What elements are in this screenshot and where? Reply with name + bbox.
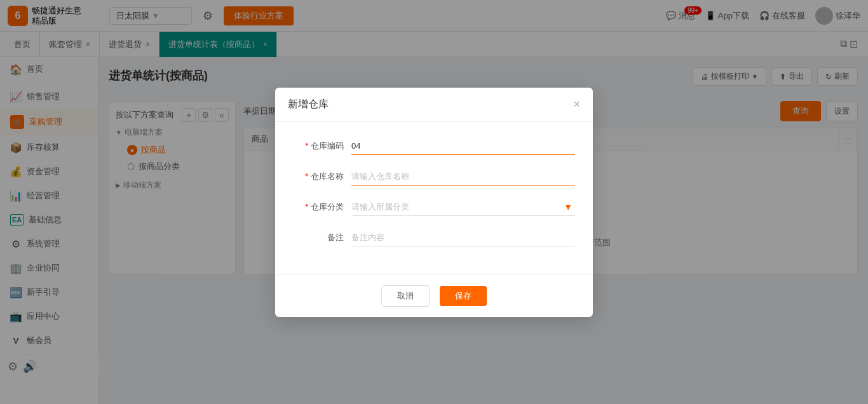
name-label: 仓库名称: [293, 171, 344, 182]
category-label: 仓库分类: [293, 201, 344, 213]
save-button[interactable]: 保存: [440, 286, 487, 306]
category-select[interactable]: 请输入所属分类: [351, 198, 575, 216]
dialog-footer: 取消 保存: [275, 274, 593, 317]
form-row-remark: 备注: [293, 229, 575, 246]
form-row-category: 仓库分类 请输入所属分类 ▼: [293, 198, 575, 216]
form-row-code: 仓库编码: [293, 137, 575, 155]
dialog-title: 新增仓库: [288, 98, 329, 111]
dialog-body: 仓库编码 仓库名称 仓库分类 请输入所属分类 ▼ 备注: [275, 122, 593, 274]
new-warehouse-dialog: 新增仓库 × 仓库编码 仓库名称 仓库分类 请输入所属分类 ▼: [275, 88, 593, 317]
name-input[interactable]: [351, 168, 575, 185]
code-input[interactable]: [351, 137, 575, 155]
remark-label: 备注: [293, 232, 344, 243]
dialog-close-icon[interactable]: ×: [573, 98, 580, 111]
form-row-name: 仓库名称: [293, 168, 575, 185]
cancel-button[interactable]: 取消: [381, 285, 430, 307]
remark-input[interactable]: [351, 229, 575, 246]
code-label: 仓库编码: [293, 140, 344, 152]
dialog-overlay: 新增仓库 × 仓库编码 仓库名称 仓库分类 请输入所属分类 ▼: [0, 0, 868, 404]
category-select-wrapper: 请输入所属分类 ▼: [351, 198, 575, 216]
dialog-header: 新增仓库 ×: [275, 88, 593, 122]
